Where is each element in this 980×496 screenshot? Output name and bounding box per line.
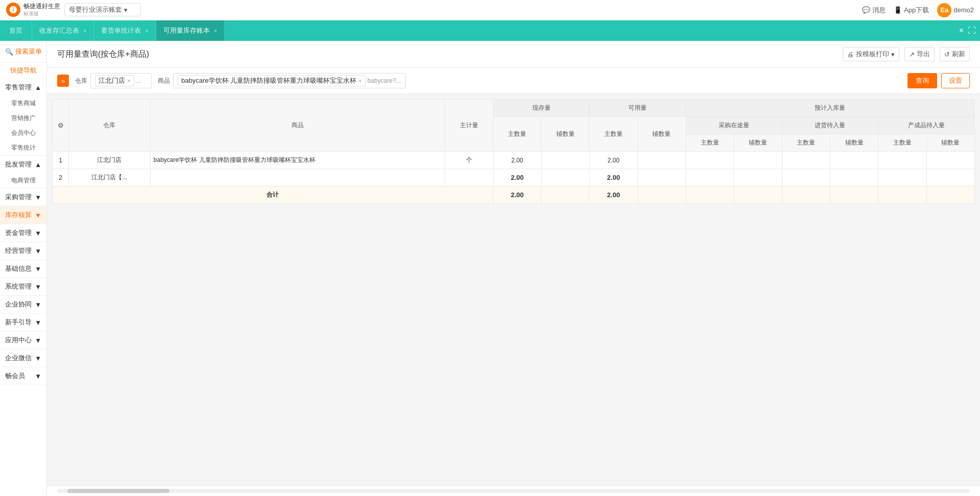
quick-nav-button[interactable]: 快捷导航	[0, 63, 46, 79]
scroll-thumb[interactable]	[67, 489, 169, 493]
sidebar-section-inventory-title[interactable]: 库存核算 ▼	[0, 206, 46, 224]
row1-current-aux	[542, 152, 590, 169]
tenant-selector[interactable]: 母婴行业演示账套 ▾	[64, 3, 141, 16]
sidebar-section-collab-title[interactable]: 企业协同 ▼	[0, 296, 46, 313]
settings-col-header[interactable]: ⚙	[53, 100, 69, 152]
product-filter-input[interactable]: babycare学饮杯 儿童防摔防撞吸管杯重力球吸嘴杯宝宝水杯 × babyca…	[173, 73, 406, 88]
finance-expand-icon: ▼	[35, 229, 41, 237]
user-menu[interactable]: Ea demo2	[937, 3, 974, 17]
inventory-label: 库存核算	[5, 210, 32, 220]
row1-purchase-main	[685, 152, 733, 169]
settings-col-icon: ⚙	[58, 122, 64, 129]
wholesale-label: 批发管理	[5, 160, 32, 169]
filter-toggle-button[interactable]: »	[57, 75, 69, 87]
collab-expand-icon: ▼	[35, 301, 41, 309]
warehouse-filter-more[interactable]: ...	[136, 77, 141, 84]
row2-product	[150, 169, 445, 186]
sidebar-section-finance: 资金管理 ▼	[0, 224, 46, 242]
wholesale-expand-icon: ▲	[35, 161, 41, 169]
row2-avail-main: 2.00	[590, 169, 638, 186]
row2-purchase-main	[685, 169, 733, 186]
warehouse-filter-group: 仓库 江北门店 × ...	[75, 73, 152, 88]
filter-bar: » 仓库 江北门店 × ... 商品 babycare学饮杯 儿童防摔防撞吸管杯…	[47, 68, 980, 94]
print-label: 按模板打印	[856, 50, 889, 59]
refresh-icon: ↺	[944, 51, 950, 58]
sidebar-section-wechat-title[interactable]: 企业微信 ▼	[0, 349, 46, 367]
row2-warehouse: 江北门店【...	[69, 169, 151, 186]
logo-subtitle: 标准版	[23, 10, 60, 17]
page-header: 可用量查询(按仓库+商品) 🖨 按模板打印 ▾ ↗ 导出 ↺ 刷新	[47, 41, 980, 68]
query-button[interactable]: 查询	[908, 73, 937, 88]
avail-main-qty-header: 主数量	[590, 117, 638, 152]
sidebar-section-system-title[interactable]: 系统管理 ▼	[0, 278, 46, 295]
sidebar-section-purchase-title[interactable]: 采购管理 ▼	[0, 188, 46, 206]
product-tag-1-text: babycare学饮杯 儿童防摔防撞吸管杯重力球吸嘴杯宝宝水杯	[181, 76, 356, 85]
print-chevron-icon: ▾	[891, 51, 895, 58]
page-title: 可用量查询(按仓库+商品)	[57, 49, 149, 60]
print-button[interactable]: 🖨 按模板打印 ▾	[843, 47, 899, 61]
sidebar-item-ecommerce[interactable]: 电商管理	[0, 173, 46, 188]
purchase-expand-icon: ▼	[35, 194, 41, 201]
tab-home[interactable]: 首页	[0, 20, 32, 41]
logo-area: 畅捷通好生意 标准版	[6, 3, 60, 17]
tab-order-stats-label: 要货单统计表	[101, 26, 141, 35]
sidebar-item-retail-stats[interactable]: 零售统计	[0, 140, 46, 155]
sidebar-item-marketing[interactable]: 营销推广	[0, 111, 46, 126]
sidebar-item-retail-mall[interactable]: 零售商城	[0, 96, 46, 111]
tab-order-stats[interactable]: 要货单统计表 ×	[94, 20, 156, 41]
settings-button[interactable]: 设置	[941, 73, 970, 88]
top-bar-right: 💬 消息 📱 App下载 Ea demo2	[862, 3, 974, 17]
tab-inventory-summary-close[interactable]: ×	[83, 28, 86, 34]
refresh-button[interactable]: ↺ 刷新	[940, 47, 970, 61]
fullscreen-button[interactable]: ⛶	[968, 26, 976, 35]
sidebar-section-guide-title[interactable]: 新手引导 ▼	[0, 314, 46, 331]
retail-expand-icon: ▲	[35, 84, 41, 91]
search-menu-button[interactable]: 🔍 搜索菜单	[4, 45, 42, 58]
sidebar-section-basics-title[interactable]: 基础信息 ▼	[0, 260, 46, 277]
sidebar-section-operations-title[interactable]: 经营管理 ▼	[0, 242, 46, 259]
nav-tabs: 首页 收发存汇总表 × 要货单统计表 × 可用量库存账本 × × ⛶	[0, 20, 980, 41]
tab-inventory-summary[interactable]: 收发存汇总表 ×	[32, 20, 94, 41]
scroll-track[interactable]	[57, 489, 970, 493]
quick-nav-label: 快捷导航	[10, 66, 37, 74]
sidebar-section-members2-title[interactable]: 畅会员 ▼	[0, 367, 46, 385]
row2-finished-aux	[926, 169, 974, 186]
sidebar-section-appstore-title[interactable]: 应用中心 ▼	[0, 332, 46, 349]
purchase-label: 采购管理	[5, 193, 32, 202]
product-filter-more[interactable]: babycare?...	[368, 77, 401, 84]
sidebar-section-wholesale-title[interactable]: 批发管理 ▲	[0, 156, 46, 173]
system-label: 系统管理	[5, 282, 32, 291]
app-download-button[interactable]: 📱 App下载	[894, 6, 929, 15]
close-all-tabs-button[interactable]: ×	[959, 26, 964, 35]
top-bar-left: 畅捷通好生意 标准版 母婴行业演示账套 ▾	[6, 3, 141, 17]
app-download-label: App下载	[904, 6, 929, 15]
export-button[interactable]: ↗ 导出	[904, 47, 935, 61]
sidebar-section-finance-title[interactable]: 资金管理 ▼	[0, 224, 46, 242]
message-button[interactable]: 💬 消息	[862, 6, 886, 15]
row1-inbound-main	[782, 152, 830, 169]
product-tag-1-close[interactable]: ×	[358, 78, 361, 84]
total-purchase-aux	[734, 186, 782, 204]
page-actions: 🖨 按模板打印 ▾ ↗ 导出 ↺ 刷新	[843, 47, 970, 61]
inbound-pending-header: 进货待入量	[782, 117, 878, 134]
tab-available-inventory-close[interactable]: ×	[214, 28, 217, 34]
warehouse-filter-input[interactable]: 江北门店 × ...	[90, 73, 152, 88]
row1-product: babycare学饮杯 儿童防摔防撞吸管杯重力球吸嘴杯宝宝水杯	[150, 152, 445, 169]
appstore-label: 应用中心	[5, 336, 32, 345]
warehouse-col-header: 仓库	[69, 100, 151, 152]
sidebar-section-operations: 经营管理 ▼	[0, 242, 46, 260]
filter-actions: 查询 设置	[908, 73, 970, 88]
row1-inbound-aux	[830, 152, 878, 169]
row2-finished-main	[878, 169, 926, 186]
tab-order-stats-close[interactable]: ×	[145, 28, 148, 34]
sidebar-item-members[interactable]: 会员中心	[0, 126, 46, 140]
export-icon: ↗	[909, 51, 915, 58]
sidebar-section-system: 系统管理 ▼	[0, 278, 46, 296]
product-filter-group: 商品 babycare学饮杯 儿童防摔防撞吸管杯重力球吸嘴杯宝宝水杯 × bab…	[158, 73, 406, 88]
sidebar-section-retail-title[interactable]: 零售管理 ▲	[0, 79, 46, 96]
warehouse-tag-close[interactable]: ×	[127, 78, 130, 84]
tab-available-inventory[interactable]: 可用量库存账本 ×	[156, 20, 225, 41]
members2-label: 畅会员	[5, 371, 25, 381]
total-current-aux	[542, 186, 590, 204]
system-expand-icon: ▼	[35, 283, 41, 291]
